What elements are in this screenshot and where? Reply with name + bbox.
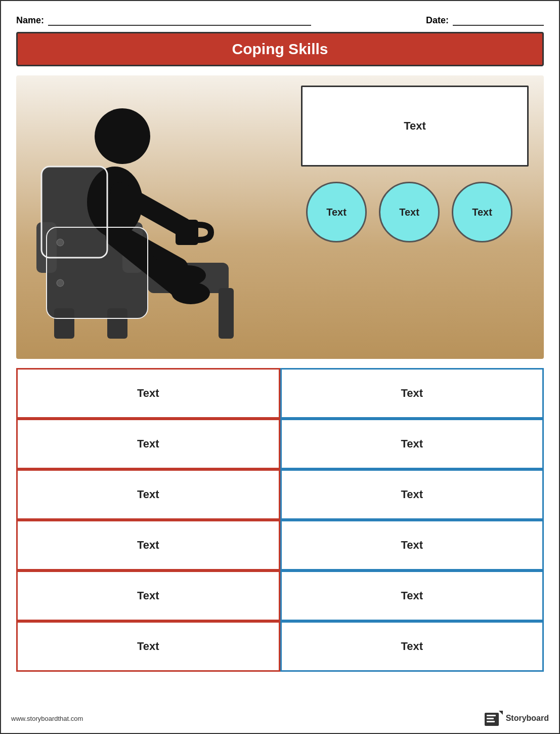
- svg-rect-7: [219, 288, 234, 339]
- date-label: Date:: [426, 15, 449, 26]
- text-grid: Text Text Text Text Text Text Text Text …: [16, 368, 544, 672]
- svg-marker-21: [499, 711, 503, 715]
- grid-cell-8-text: Text: [401, 539, 423, 552]
- grid-cell-6[interactable]: Text: [280, 469, 544, 520]
- grid-cell-7-text: Text: [137, 539, 159, 552]
- svg-point-19: [57, 279, 64, 287]
- svg-rect-22: [487, 715, 496, 716]
- circle-1[interactable]: Text: [306, 182, 367, 242]
- grid-cell-5-text: Text: [137, 488, 159, 501]
- scene-right: Text Text Text Text: [301, 86, 529, 242]
- date-underline: [453, 24, 544, 26]
- grid-cell-12[interactable]: Text: [280, 621, 544, 672]
- page: Name: Date: Coping Skills: [0, 0, 560, 734]
- circle-1-label: Text: [326, 207, 347, 218]
- svg-point-8: [95, 108, 150, 164]
- svg-point-18: [57, 239, 64, 246]
- grid-cell-7[interactable]: Text: [16, 520, 280, 570]
- grid-cell-3[interactable]: Text: [16, 419, 280, 469]
- footer: www.storyboardthat.com Storyboard: [11, 711, 549, 726]
- circle-3-label: Text: [472, 207, 492, 218]
- grid-cell-8[interactable]: Text: [280, 520, 544, 570]
- circle-2-label: Text: [399, 207, 419, 218]
- name-label: Name:: [16, 15, 44, 26]
- grid-cell-5[interactable]: Text: [16, 469, 280, 520]
- footer-logo: Storyboard: [485, 711, 549, 726]
- grid-cell-2[interactable]: Text: [280, 368, 544, 419]
- footer-logo-text: Storyboard: [506, 714, 549, 723]
- name-field: Name:: [16, 15, 426, 26]
- person-silhouette: [26, 86, 249, 359]
- grid-cell-9-text: Text: [137, 589, 159, 602]
- date-field: Date:: [426, 15, 544, 26]
- svg-rect-6: [107, 308, 127, 339]
- circle-2[interactable]: Text: [379, 182, 440, 242]
- scene-text-box[interactable]: Text: [301, 86, 529, 167]
- svg-point-15: [171, 282, 210, 304]
- grid-cell-4[interactable]: Text: [280, 419, 544, 469]
- storyboard-icon: [485, 711, 503, 726]
- svg-rect-23: [487, 718, 494, 719]
- title-banner: Coping Skills: [16, 32, 544, 66]
- circle-3[interactable]: Text: [452, 182, 512, 242]
- grid-cell-4-text: Text: [401, 437, 423, 451]
- header-row: Name: Date:: [16, 15, 544, 26]
- grid-cell-11[interactable]: Text: [16, 621, 280, 672]
- scene-text-box-label: Text: [404, 119, 426, 133]
- grid-cell-10-text: Text: [401, 589, 423, 602]
- grid-cell-10[interactable]: Text: [280, 570, 544, 621]
- grid-cell-1[interactable]: Text: [16, 368, 280, 419]
- footer-url: www.storyboardthat.com: [11, 715, 83, 722]
- grid-cell-2-text: Text: [401, 387, 423, 400]
- grid-cell-9[interactable]: Text: [16, 570, 280, 621]
- grid-cell-6-text: Text: [401, 488, 423, 501]
- svg-rect-11: [176, 220, 198, 245]
- circles-row: Text Text Text: [301, 182, 529, 242]
- svg-rect-24: [487, 721, 495, 722]
- page-title: Coping Skills: [25, 40, 535, 58]
- scene-area: Text Text Text Text: [16, 75, 544, 359]
- svg-rect-5: [54, 308, 74, 339]
- grid-cell-12-text: Text: [401, 640, 423, 653]
- grid-cell-11-text: Text: [137, 640, 159, 653]
- name-underline: [48, 24, 311, 26]
- grid-cell-3-text: Text: [137, 437, 159, 451]
- grid-cell-1-text: Text: [137, 387, 159, 400]
